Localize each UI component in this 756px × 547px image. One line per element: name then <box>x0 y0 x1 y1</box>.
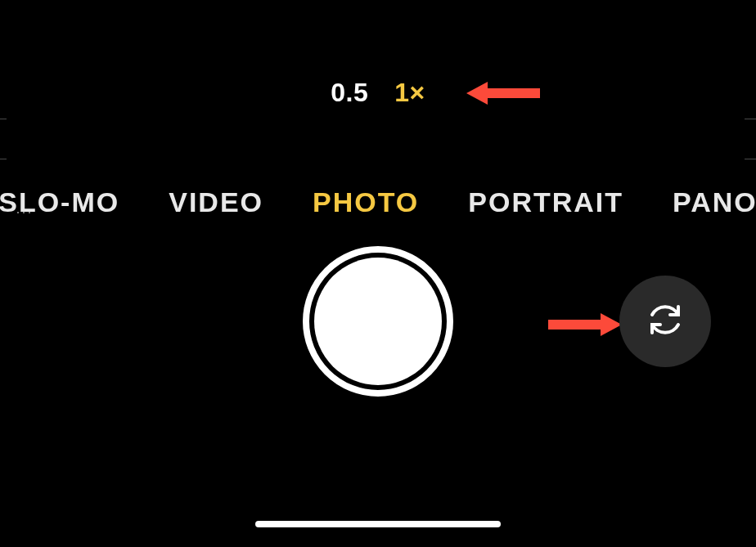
viewfinder-frame-edge-right <box>745 119 756 159</box>
zoom-selector: 0.5 1× <box>0 78 756 108</box>
zoom-option-ultrawide[interactable]: 0.5 <box>331 78 368 108</box>
svg-marker-0 <box>466 82 540 105</box>
annotation-arrow-zoom <box>466 78 540 111</box>
mode-portrait[interactable]: PORTRAIT <box>468 186 623 218</box>
mode-video[interactable]: VIDEO <box>169 186 263 218</box>
annotation-arrow-flip <box>548 310 622 343</box>
shutter-icon <box>314 258 442 385</box>
mode-slomo[interactable]: SLO-MO <box>0 186 119 218</box>
mode-photo[interactable]: PHOTO <box>313 186 419 218</box>
viewfinder-frame-edge-left <box>0 119 7 159</box>
zoom-option-wide[interactable]: 1× <box>394 78 425 108</box>
home-indicator[interactable] <box>255 521 501 527</box>
shutter-button[interactable] <box>303 246 453 397</box>
mode-pano[interactable]: PANO <box>673 186 756 218</box>
camera-mode-selector[interactable]: SLO-MO VIDEO PHOTO PORTRAIT PANO <box>0 186 756 218</box>
flip-camera-icon <box>642 297 688 346</box>
svg-marker-1 <box>548 313 622 336</box>
flip-camera-button[interactable] <box>619 276 711 367</box>
